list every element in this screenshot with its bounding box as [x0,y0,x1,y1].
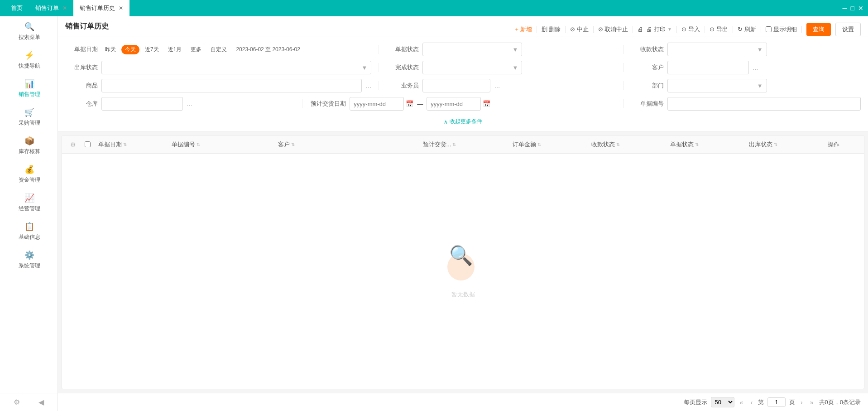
collapse-up-icon: ∧ [444,119,448,125]
date-chip-today[interactable]: 今天 [121,45,139,54]
select-all-checkbox-col [80,141,95,147]
salesperson-input[interactable] [422,79,490,92]
sidebar-item-quick-nav[interactable]: ⚡ 快捷导航 [0,45,58,73]
warehouse-dots[interactable]: … [187,101,192,107]
complete-status-select[interactable]: ▼ [422,61,522,74]
empty-image: 🔍 [443,244,479,280]
salesperson-dots[interactable]: … [494,82,500,89]
col-header-doc-status[interactable]: 单据状态 ⇅ [667,140,745,149]
sidebar-item-sales-mgmt[interactable]: 📊 销售管理 [0,73,58,102]
stop-button[interactable]: ⊘ 中止 [570,25,589,34]
close-btn[interactable]: ✕ [858,5,863,12]
product-input[interactable] [101,79,362,92]
table-area: ⚙ 单据日期 ⇅ 单据编号 ⇅ 客户 ⇅ 预计交货... [62,135,864,389]
doc-status-select[interactable]: ▼ [422,43,522,56]
export-button[interactable]: ⊙ 导出 [710,25,728,34]
print-dropdown-icon[interactable]: ▼ [667,27,672,32]
minimize-btn[interactable]: ─ [843,5,847,12]
doc-number-input[interactable] [667,97,861,111]
customer-dots[interactable]: … [753,64,758,71]
out-status-arrow: ▼ [362,64,368,71]
date-chip-1month[interactable]: 近1月 [164,45,186,54]
main-layout: 🔍 搜索菜单 ⚡ 快捷导航 📊 销售管理 🛒 采购管理 📦 库存核算 💰 资金管… [0,16,868,411]
date-chip-yesterday[interactable]: 昨天 [101,45,120,54]
out-status-select[interactable]: ▼ [101,61,371,74]
col-header-doc-num[interactable]: 单据编号 ⇅ [168,140,274,149]
sort-out-status-icon: ⇅ [774,142,777,147]
col-header-out-status[interactable]: 出库状态 ⇅ [745,140,824,149]
total-label: 共0页，0条记录 [819,398,861,406]
col-header-delivery[interactable]: 预计交货... ⇅ [419,140,509,149]
sidebar: 🔍 搜索菜单 ⚡ 快捷导航 📊 销售管理 🛒 采购管理 📦 库存核算 💰 资金管… [0,16,58,411]
last-page-btn[interactable]: » [808,398,815,407]
divider-7 [302,99,302,108]
next-page-btn[interactable]: › [799,398,805,407]
divider-2 [623,45,624,54]
close-history-tab[interactable]: ✕ [119,5,123,11]
current-page-input[interactable] [767,397,786,407]
empty-illustration: 🔍 [443,244,484,285]
select-all-checkbox[interactable] [85,141,91,147]
finance-icon: 💰 [24,164,34,174]
warehouse-input[interactable] [101,97,183,111]
prev-page-btn[interactable]: ‹ [748,398,754,407]
col-header-customer[interactable]: 客户 ⇅ [274,140,419,149]
show-detail-checkbox[interactable] [766,26,772,32]
empty-state: 🔍 暂无数据 [62,154,864,389]
delivery-date-to[interactable] [427,97,481,111]
separator-3 [593,26,594,33]
settings-button[interactable]: 设置 [835,23,861,36]
col-header-amount[interactable]: 订单金额 ⇅ [509,140,588,149]
refresh-button[interactable]: ↻ 刷新 [738,25,756,34]
sidebar-item-purchase-mgmt[interactable]: 🛒 采购管理 [0,102,58,131]
sort-pay-status-icon: ⇅ [616,142,620,147]
sidebar-collapse-icon[interactable]: ◀ [38,398,44,406]
new-button[interactable]: + 新增 [515,25,532,34]
cancel-stop-button[interactable]: ⊘ 取消中止 [598,25,628,34]
page-size-select[interactable]: 50 10 20 100 [711,397,734,407]
print-button[interactable]: 🖨 🖨 打印 ▼ [638,25,672,34]
sidebar-item-operations[interactable]: 📈 经营管理 [0,188,58,216]
sidebar-item-system[interactable]: ⚙️ 系统管理 [0,245,58,273]
sidebar-settings-icon[interactable]: ⚙ [14,398,20,406]
sidebar-item-finance[interactable]: 💰 资金管理 [0,159,58,188]
page-label-prefix: 第 [758,398,764,406]
delivery-date-from[interactable] [350,97,404,111]
sidebar-item-search-menu[interactable]: 🔍 搜索菜单 [0,16,58,45]
purchase-mgmt-icon: 🛒 [24,107,34,117]
sidebar-item-basic-info[interactable]: 📋 基础信息 [0,216,58,245]
refresh-icon: ↻ [738,26,743,33]
date-chip-more[interactable]: 更多 [187,45,205,54]
maximize-btn[interactable]: □ [851,5,854,12]
date-chip-custom[interactable]: 自定义 [207,45,230,54]
collapse-row[interactable]: ∧ 收起更多条件 [65,115,861,126]
tab-sales-order-history[interactable]: 销售订单历史 ✕ [73,0,129,16]
show-detail-toggle[interactable]: 显示明细 [766,25,797,34]
customer-input[interactable] [667,61,749,74]
top-bar: 首页 销售订单 ✕ 销售订单历史 ✕ ─ □ ✕ [0,0,868,16]
pay-status-select[interactable]: ▼ [667,43,767,56]
department-select[interactable]: ▼ [667,79,767,92]
tab-sales-order[interactable]: 销售订单 ✕ [29,0,73,16]
col-header-doc-date[interactable]: 单据日期 ⇅ [95,140,168,149]
column-settings-btn[interactable]: ⚙ [66,141,80,148]
col-header-pay-status[interactable]: 收款状态 ⇅ [588,140,667,149]
calendar-from-icon[interactable]: 📅 [406,100,413,107]
warehouse-label: 仓库 [65,100,98,108]
date-filter-group: 单据日期 昨天 今天 近7天 近1月 更多 自定义 2023-06-02 至 2… [65,45,371,54]
query-button[interactable]: 查询 [806,23,831,36]
first-page-btn[interactable]: « [738,398,745,407]
delete-button[interactable]: 删 删除 [542,25,561,34]
date-chip-7days[interactable]: 近7天 [141,45,163,54]
sort-doc-date-icon: ⇅ [123,142,127,147]
import-button[interactable]: ⊙ 导入 [681,25,700,34]
pay-status-arrow: ▼ [757,46,763,53]
sidebar-item-inventory[interactable]: 📦 库存核算 [0,131,58,159]
print-icon: 🖨 [638,26,643,33]
product-dots[interactable]: … [365,82,371,89]
doc-status-arrow: ▼ [513,46,518,53]
tab-home[interactable]: 首页 [5,0,29,16]
col-header-action: 操作 [824,140,860,149]
close-sales-order-tab[interactable]: ✕ [62,5,67,11]
calendar-to-icon[interactable]: 📅 [483,100,490,107]
